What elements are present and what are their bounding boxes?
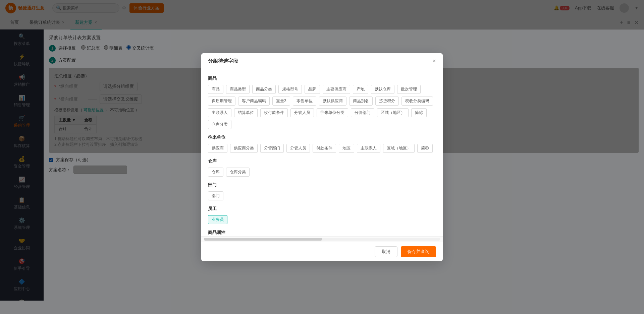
modal-overlay: 分组待选字段 × 商品 商品 商品类型 商品分类 规格型号 品牌 主要供应商 产… (0, 0, 644, 314)
field-grid-product: 商品 商品类型 商品分类 规格型号 品牌 主要供应商 产地 默认仓库 批次管理 … (208, 85, 436, 129)
field-weight3[interactable]: 重量3 (272, 97, 290, 106)
field-region[interactable]: 区域（地区） (377, 108, 409, 117)
field-grid-dept: 部门 (208, 191, 436, 200)
field-grid-warehouse: 仓库 仓库分类 (208, 168, 436, 177)
field-origin[interactable]: 产地 (353, 85, 368, 94)
field-warehouse[interactable]: 仓库 (208, 168, 223, 177)
section-title-partner: 往来单位 (208, 134, 436, 140)
modal-footer: 取消 保存并查询 (201, 242, 443, 261)
field-grid-partner: 供应商 供应商分类 分管部门 分管人员 付款条件 地区 主联系人 区域（地区） … (208, 144, 436, 153)
field-partner-short[interactable]: 简称 (417, 144, 433, 153)
modal-close-btn[interactable]: × (432, 58, 436, 64)
field-warehouse-category[interactable]: 仓库分类 (208, 120, 231, 129)
field-partner-region[interactable]: 地区 (339, 144, 354, 153)
cancel-button[interactable]: 取消 (375, 246, 397, 257)
field-short-name[interactable]: 简称 (411, 108, 427, 117)
modal: 分组待选字段 × 商品 商品 商品类型 商品分类 规格型号 品牌 主要供应商 产… (201, 53, 443, 261)
field-manager-staff[interactable]: 分管人员 (290, 108, 314, 117)
modal-body: 商品 商品 商品类型 商品分类 规格型号 品牌 主要供应商 产地 默认仓库 批次… (201, 68, 443, 236)
field-supplier-category[interactable]: 供应商分类 (230, 144, 258, 153)
field-default-warehouse[interactable]: 默认仓库 (371, 85, 394, 94)
field-supplier[interactable]: 供应商 (208, 144, 227, 153)
field-warehouse-cat[interactable]: 仓库分类 (226, 168, 250, 177)
field-partner-payment[interactable]: 付款条件 (313, 144, 336, 153)
field-partner-area[interactable]: 区域（地区） (383, 144, 415, 153)
field-partner-mgr[interactable]: 分管人员 (286, 144, 310, 153)
field-brand[interactable]: 品牌 (305, 85, 320, 94)
field-partner-contact[interactable]: 主联系人 (357, 144, 380, 153)
section-title-attr: 商品属性 (208, 230, 436, 236)
hscroll-thumb (204, 238, 322, 241)
field-partner-dept[interactable]: 分管部门 (260, 144, 284, 153)
field-default-supplier[interactable]: 默认供应商 (319, 97, 346, 106)
field-mgmt-dept[interactable]: 分管部门 (351, 108, 374, 117)
section-title-warehouse: 仓库 (208, 158, 436, 164)
field-main-contact[interactable]: 主联系人 (208, 108, 231, 117)
field-grid-employee: 业务员 (208, 215, 436, 224)
field-partner-category[interactable]: 往来单位分类 (317, 108, 348, 117)
field-expiry-mgmt[interactable]: 保质期管理 (208, 97, 235, 106)
field-spec-model[interactable]: 规格型号 (278, 85, 302, 94)
field-tax-code[interactable]: 税收分类编码 (401, 97, 433, 106)
field-pick-points[interactable]: 拣货积分 (375, 97, 399, 106)
section-title-employee: 员工 (208, 206, 436, 212)
field-retail-unit[interactable]: 零售单位 (293, 97, 316, 106)
field-product-type[interactable]: 商品类型 (226, 85, 250, 94)
field-product-category[interactable]: 商品分类 (252, 85, 276, 94)
field-product[interactable]: 商品 (208, 85, 223, 94)
modal-header: 分组待选字段 × (201, 53, 443, 68)
modal-hscroll (201, 236, 443, 242)
section-title-product: 商品 (208, 75, 436, 81)
field-customer-code[interactable]: 客户商品编码 (238, 97, 270, 106)
modal-title: 分组待选字段 (208, 58, 238, 64)
field-batch-mgmt[interactable]: 批次管理 (397, 85, 421, 94)
section-title-dept: 部门 (208, 182, 436, 188)
field-payment-terms[interactable]: 收付款条件 (260, 108, 288, 117)
field-product-alias[interactable]: 商品别名 (349, 97, 373, 106)
field-main-supplier[interactable]: 主要供应商 (323, 85, 350, 94)
save-query-button[interactable]: 保存并查询 (401, 246, 436, 257)
field-salesperson[interactable]: 业务员 (208, 215, 227, 224)
field-dept[interactable]: 部门 (208, 191, 223, 200)
field-settle-unit[interactable]: 结算单位 (234, 108, 258, 117)
hscroll-track[interactable] (204, 238, 440, 241)
